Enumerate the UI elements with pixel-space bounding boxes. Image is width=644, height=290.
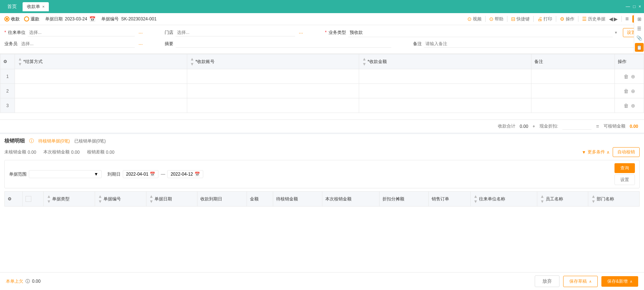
sort-arrows-settlement[interactable]: ▲▼ (18, 56, 22, 67)
due-date-label: 到期日 (107, 171, 121, 177)
sort-staff[interactable]: ▲▼ (540, 194, 545, 204)
operate-button[interactable]: ⚙ 操作 (560, 16, 574, 22)
sidebar-clip-icon[interactable]: 📋 (635, 43, 644, 52)
staff-label: 业务员 (4, 41, 17, 47)
list-view-icon[interactable]: ≡ (625, 16, 629, 22)
bottom-right: 放弃 保存草稿 ∧ 保存&新增 ∧ (535, 275, 638, 287)
sort-dept[interactable]: ▲▼ (591, 194, 596, 204)
window-minimize-icon[interactable]: — (626, 4, 630, 9)
staff-more-icon[interactable]: ··· (138, 41, 143, 47)
sort-type[interactable]: ▲▼ (47, 194, 51, 204)
row-2-account[interactable] (187, 84, 359, 98)
row-2-amount[interactable] (359, 84, 531, 98)
sidebar-list-icon[interactable]: ☰ (635, 24, 644, 33)
store-input[interactable] (176, 29, 295, 36)
verify-info-icon[interactable]: ⓘ (29, 138, 34, 144)
save-new-button[interactable]: 保存&新增 ∧ (601, 276, 638, 287)
range-filter-field: 单据范围 ▼ (9, 170, 102, 178)
biz-type-select[interactable]: 预收款 ▼ (348, 28, 618, 37)
nav-next-icon[interactable]: ▶ (614, 16, 618, 22)
sort-arrows-account[interactable]: ▲▼ (190, 56, 195, 67)
sort-counterparty[interactable]: ▲▼ (474, 194, 478, 204)
tab-bar-left: 首页 收款单 × (3, 2, 49, 11)
tab-active[interactable]: 收款单 × (23, 2, 49, 11)
history-icon: ☰ (582, 16, 587, 22)
date-calendar-icon[interactable]: 📅 (89, 16, 95, 22)
row-1-amount[interactable] (359, 69, 531, 84)
filter-settings-button[interactable]: 设置 (614, 175, 635, 185)
vth-checkbox[interactable] (23, 192, 44, 207)
row-2-settlement[interactable] (15, 84, 187, 98)
counterparty-field: * 往来单位 ··· (4, 29, 143, 36)
window-maximize-icon[interactable]: □ (633, 4, 636, 9)
row-1-account[interactable] (187, 69, 359, 84)
bottom-info-icon[interactable]: 本单上欠 (6, 278, 23, 285)
verify-tab-pending[interactable]: 待核销单据(0笔) (38, 138, 70, 144)
vth-gear[interactable]: ⚙ (5, 192, 23, 207)
help-button[interactable]: ⊙ 帮助 (489, 16, 503, 22)
row-2-remark[interactable] (531, 84, 614, 98)
row-1-copy-icon[interactable]: ⊕ (631, 74, 635, 79)
select-all-checkbox[interactable] (25, 196, 31, 202)
required-star-2: * (325, 30, 327, 35)
history-button[interactable]: ☰ 历史单据 (582, 16, 605, 22)
row-2-copy-icon[interactable]: ⊕ (631, 88, 635, 94)
verify-stats: 未核销金额 0.00 本次核销金额 0.00 核销差额 0.00 ▼ 更多条件 … (4, 147, 640, 157)
query-button[interactable]: 查询 (614, 163, 635, 173)
tab-home[interactable]: 首页 (3, 2, 21, 11)
nav-prev-icon[interactable]: ◀ (609, 16, 613, 22)
shortcut-button[interactable]: ⊟ 快捷键 (511, 16, 530, 22)
bottom-left: 本单上欠 ⓘ 0.00 (6, 278, 40, 285)
discount-input[interactable] (562, 123, 592, 130)
sort-date[interactable]: ▲▼ (149, 194, 154, 204)
print-button[interactable]: 🖨 打印 (537, 16, 552, 22)
number-label: 单据编号 (101, 16, 119, 22)
row-3-account[interactable] (187, 98, 359, 113)
verify-tab-done[interactable]: 已核销单据(0笔) (74, 138, 106, 144)
row-3-remark[interactable] (531, 98, 614, 113)
summary-input[interactable] (176, 40, 391, 48)
sort-number[interactable]: ▲▼ (98, 194, 102, 204)
bottom-doc-value: 0.00 (32, 279, 40, 284)
row-1-delete-icon[interactable]: 🗑 (624, 74, 629, 79)
remark-input[interactable] (424, 40, 640, 48)
counterparty-more-icon[interactable]: ··· (138, 30, 143, 36)
save-draft-arrow-icon[interactable]: ∧ (589, 279, 592, 283)
row-2-delete-icon[interactable]: 🗑 (624, 88, 629, 94)
radio-tuikuan[interactable]: 退款 (24, 16, 39, 22)
range-select[interactable]: ▼ (29, 170, 102, 178)
row-1-settlement[interactable] (15, 69, 187, 84)
vth-type: ▲▼ 单据类型 (44, 192, 95, 207)
table-gear-header[interactable]: ⚙ (0, 54, 15, 69)
video-button[interactable]: ⊙ 视频 (467, 16, 482, 22)
counterparty-input[interactable] (28, 29, 135, 36)
sidebar-attach-icon[interactable]: 📎 (635, 34, 644, 42)
filter-actions: 查询 设置 (614, 163, 635, 185)
window-close-icon[interactable]: × (639, 4, 641, 9)
row-3-delete-icon[interactable]: 🗑 (624, 103, 629, 109)
date-from-input[interactable]: 2022-04-01 📅 (123, 170, 158, 178)
this-verify-amount: 本次核销金额 0.00 (43, 149, 79, 155)
radio-shoukuan[interactable]: 收款 (4, 16, 20, 22)
plus-sign: + (533, 124, 535, 129)
sort-arrows-amount[interactable]: ▲▼ (362, 56, 366, 67)
tab-close-icon[interactable]: × (42, 4, 44, 9)
bottom-info-detail-icon[interactable]: ⓘ (25, 278, 30, 285)
row-3-settlement[interactable] (15, 98, 187, 113)
abandon-button[interactable]: 放弃 (535, 275, 559, 287)
store-more-icon[interactable]: ··· (299, 30, 303, 36)
row-3-copy-icon[interactable]: ⊕ (631, 103, 635, 109)
net-amount-label: 可核销金额 (604, 123, 625, 129)
row-1-remark[interactable] (531, 69, 614, 84)
video-label: 视频 (473, 16, 482, 22)
save-new-arrow-icon[interactable]: ∧ (630, 279, 632, 283)
vth-due-date: 收款到期日 (197, 192, 247, 207)
more-conditions-button[interactable]: ▼ 更多条件 ∧ (582, 149, 610, 155)
staff-input[interactable] (20, 40, 135, 48)
sidebar-table-icon[interactable]: ⊞ (635, 15, 644, 23)
save-draft-button[interactable]: 保存草稿 ∧ (563, 276, 598, 287)
date-to-input[interactable]: 2022-04-12 📅 (167, 170, 203, 178)
row-3-amount[interactable] (359, 98, 531, 113)
auto-verify-button[interactable]: 自动核销 (613, 147, 640, 157)
remark-label: 备注 (413, 41, 422, 47)
